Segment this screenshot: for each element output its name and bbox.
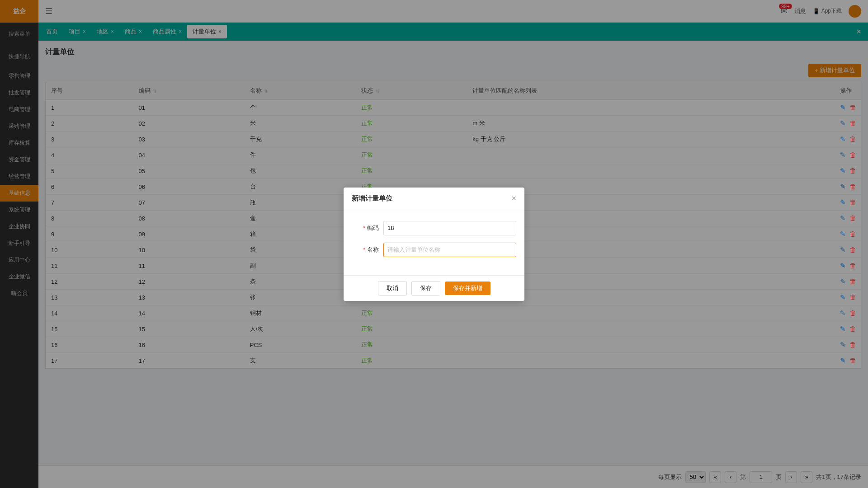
save-and-new-button[interactable]: 保存并新增 [445, 282, 491, 295]
form-item-name: * 名称 [352, 243, 516, 257]
modal-overlay: 新增计量单位 × * 编码 * 名称 取消 保存 保存并新增 [0, 0, 868, 488]
required-mark-name: * [363, 246, 365, 253]
name-input[interactable] [383, 243, 516, 257]
save-button[interactable]: 保存 [411, 281, 440, 296]
required-mark-code: * [363, 225, 365, 231]
form-item-code: * 编码 [352, 221, 516, 235]
add-unit-modal: 新增计量单位 × * 编码 * 名称 取消 保存 保存并新增 [344, 188, 524, 301]
form-label-name: * 名称 [352, 246, 379, 254]
modal-body: * 编码 * 名称 [344, 210, 524, 275]
modal-footer: 取消 保存 保存并新增 [344, 275, 524, 301]
cancel-button[interactable]: 取消 [378, 281, 407, 296]
modal-title: 新增计量单位 [352, 194, 392, 203]
code-input[interactable] [383, 221, 516, 235]
modal-header: 新增计量单位 × [344, 188, 524, 210]
modal-close-button[interactable]: × [511, 194, 516, 203]
form-label-code: * 编码 [352, 224, 379, 232]
